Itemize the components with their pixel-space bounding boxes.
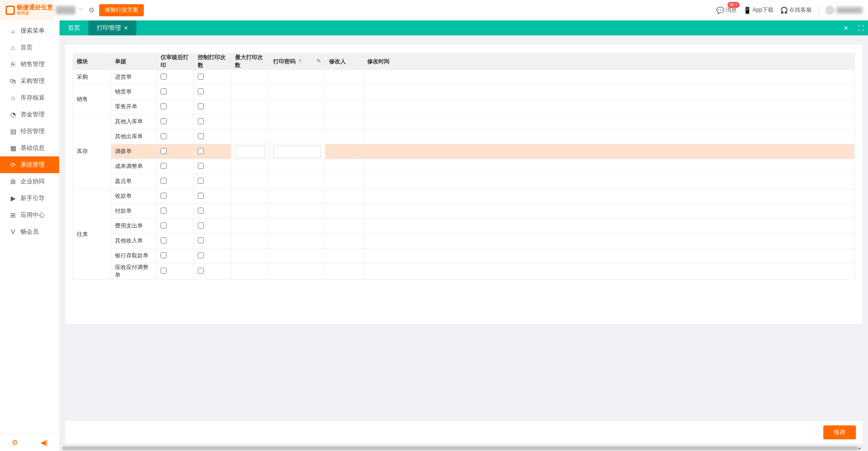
table-row: 采购进货单 bbox=[73, 70, 855, 85]
table-row: 应收应付调整单 bbox=[73, 263, 855, 280]
edit-column-icon[interactable]: ✎ bbox=[316, 58, 321, 64]
tab-fullscreen-icon[interactable]: ⛶ bbox=[853, 20, 868, 35]
print-pwd-input[interactable] bbox=[273, 146, 321, 158]
checkbox[interactable] bbox=[198, 178, 204, 184]
checkbox[interactable] bbox=[161, 118, 167, 124]
sidebar-item-5[interactable]: ◔资金管理 bbox=[0, 106, 59, 123]
cell-doc: 费用支出单 bbox=[111, 219, 157, 234]
divider bbox=[818, 6, 819, 14]
checkbox[interactable] bbox=[161, 74, 167, 80]
checkbox[interactable] bbox=[198, 237, 204, 243]
sidebar-item-1[interactable]: ⌂首页 bbox=[0, 39, 59, 56]
sidebar-footer: ⚙ ◀| bbox=[0, 433, 59, 451]
cell-modifier bbox=[325, 100, 363, 114]
checkbox[interactable] bbox=[198, 148, 204, 154]
cell-print-pwd bbox=[269, 70, 325, 85]
checkbox[interactable] bbox=[198, 133, 204, 139]
sidebar-item-label: 畅会员 bbox=[20, 228, 39, 236]
checkbox[interactable] bbox=[161, 133, 167, 139]
checkbox[interactable] bbox=[198, 252, 204, 258]
cell-control-count bbox=[194, 159, 231, 174]
sidebar-item-label: 首页 bbox=[20, 43, 33, 52]
org-dropdown[interactable]: ﹀ bbox=[56, 6, 84, 14]
cell-doc: 其他收入单 bbox=[111, 234, 157, 249]
checkbox[interactable] bbox=[198, 163, 204, 169]
sidebar-item-12[interactable]: V畅会员 bbox=[0, 223, 59, 240]
sidebar-item-10[interactable]: ▶新手引导 bbox=[0, 190, 59, 207]
tab-1[interactable]: 打印管理✕ bbox=[88, 20, 136, 35]
app-download-button[interactable]: 📱 App下载 bbox=[743, 6, 774, 14]
user-menu[interactable] bbox=[825, 6, 862, 15]
industry-solution-button[interactable]: 体验行业方案 bbox=[99, 4, 144, 16]
online-service-button[interactable]: 🎧 在线客服 bbox=[780, 6, 812, 14]
cell-audit-only bbox=[157, 174, 194, 189]
checkbox[interactable] bbox=[198, 74, 204, 80]
cell-audit-only bbox=[157, 100, 194, 114]
sidebar-item-2[interactable]: ⎘销售管理 bbox=[0, 56, 59, 73]
settings-gear-icon[interactable]: ⚙ bbox=[12, 438, 18, 447]
checkbox[interactable] bbox=[161, 237, 167, 243]
checkbox[interactable] bbox=[198, 193, 204, 199]
cell-modify-time bbox=[363, 263, 855, 280]
checkbox[interactable] bbox=[161, 178, 167, 184]
cell-print-pwd bbox=[269, 100, 325, 114]
scrollbar-right-arrow[interactable]: ▸ bbox=[858, 445, 862, 451]
checkbox[interactable] bbox=[161, 103, 167, 109]
sidebar-item-label: 新手引导 bbox=[20, 194, 45, 202]
sidebar-item-label: 企业协同 bbox=[20, 177, 45, 186]
content-scroll[interactable]: 模块 单据 仅审核后打印 控制打印次数 最大打印次数 打印密码 ? ✎ 修改人 bbox=[60, 35, 868, 417]
sidebar-item-label: 系统管理 bbox=[20, 161, 45, 169]
checkbox[interactable] bbox=[198, 268, 204, 274]
th-modify-time: 修改时间 bbox=[363, 54, 855, 70]
th-control-count: 控制打印次数 bbox=[194, 54, 231, 70]
checkbox[interactable] bbox=[161, 88, 167, 94]
max-count-input[interactable] bbox=[235, 146, 265, 158]
checkbox[interactable] bbox=[198, 222, 204, 229]
sidebar-item-3[interactable]: 🛍采购管理 bbox=[0, 73, 59, 89]
cell-doc: 成本调整单 bbox=[111, 159, 157, 174]
tab-0[interactable]: 首页 bbox=[60, 20, 88, 35]
cell-modifier bbox=[325, 144, 363, 159]
checkbox[interactable] bbox=[198, 103, 204, 109]
sidebar-item-6[interactable]: ▤经营管理 bbox=[0, 123, 59, 140]
checkbox[interactable] bbox=[161, 252, 167, 258]
messages-button[interactable]: 💬 消息 99 + bbox=[716, 6, 737, 14]
headset-icon: 🎧 bbox=[780, 7, 788, 14]
close-icon[interactable]: ✕ bbox=[124, 25, 128, 31]
cell-control-count bbox=[194, 100, 231, 114]
sidebar-item-4[interactable]: ⌂库存核算 bbox=[0, 89, 59, 106]
app-header: 畅捷通好生意 精易版 ﹀ ⚙ 体验行业方案 💬 消息 99 + 📱 App下载 … bbox=[0, 0, 868, 20]
cell-module: 往来 bbox=[73, 189, 111, 280]
checkbox[interactable] bbox=[161, 148, 167, 154]
sidebar-item-7[interactable]: ▦基础信息 bbox=[0, 140, 59, 156]
collapse-icon[interactable]: ◀| bbox=[40, 438, 48, 447]
cell-audit-only bbox=[157, 70, 194, 85]
scrollbar-thumb[interactable] bbox=[62, 446, 858, 450]
checkbox[interactable] bbox=[198, 88, 204, 94]
sidebar-item-11[interactable]: ⊞应用中心 bbox=[0, 207, 59, 223]
checkbox[interactable] bbox=[161, 268, 167, 274]
sidebar-item-9[interactable]: ⊞企业协同 bbox=[0, 173, 59, 190]
th-module: 模块 bbox=[73, 54, 111, 70]
checkbox[interactable] bbox=[161, 208, 167, 214]
horizontal-scrollbar[interactable]: ▸ bbox=[61, 445, 862, 451]
tab-close-all-icon[interactable]: ✕ bbox=[838, 20, 853, 35]
logo-subtext: 精易版 bbox=[17, 10, 53, 16]
sidebar-item-0[interactable]: ⌕搜索菜单 bbox=[0, 22, 59, 39]
checkbox[interactable] bbox=[161, 222, 167, 229]
checkbox[interactable] bbox=[198, 208, 204, 214]
cell-modify-time bbox=[363, 204, 855, 219]
checkbox[interactable] bbox=[161, 193, 167, 199]
checkbox[interactable] bbox=[161, 163, 167, 169]
save-button[interactable]: 保存 bbox=[823, 425, 856, 439]
cell-modifier bbox=[325, 85, 363, 100]
phone-icon: 📱 bbox=[743, 7, 751, 14]
checkbox[interactable] bbox=[198, 118, 204, 124]
gear-icon[interactable]: ⚙ bbox=[88, 6, 94, 14]
cell-audit-only bbox=[157, 85, 194, 100]
cell-audit-only bbox=[157, 189, 194, 204]
cell-control-count bbox=[194, 249, 231, 263]
sidebar-item-label: 销售管理 bbox=[20, 60, 45, 68]
sidebar-item-8[interactable]: ⟳系统管理 bbox=[0, 156, 59, 173]
help-icon[interactable]: ? bbox=[298, 58, 302, 65]
